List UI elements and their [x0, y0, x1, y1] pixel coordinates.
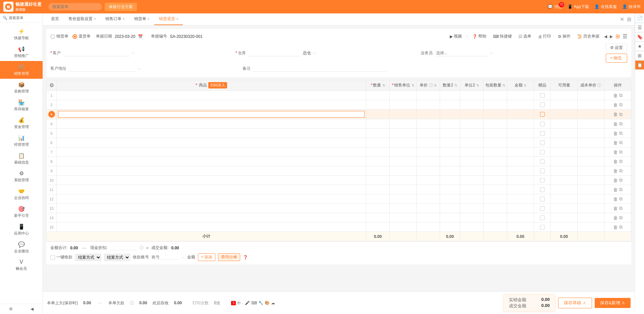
delete-row-12[interactable]: 🗑	[613, 196, 618, 202]
salesperson-input[interactable]	[435, 50, 488, 56]
toolbar-print[interactable]: 🖨 打印	[536, 33, 553, 40]
sidebar-search[interactable]: 🔍 搜索菜单	[0, 13, 43, 23]
copy-row-3[interactable]: ⧉	[619, 112, 623, 117]
ime-english[interactable]: ·	[242, 301, 243, 305]
unit-sort-icon[interactable]: ⇅	[412, 83, 414, 87]
sidebar-item-shortcuts[interactable]: ⚡ 快捷导航	[0, 25, 43, 43]
sidebar-item-inventory[interactable]: 🏪 库存核算	[0, 97, 43, 114]
right-action-bookmark[interactable]: 🔖	[635, 32, 644, 42]
tab-home[interactable]: 首页	[46, 13, 64, 25]
packqty-cell-3[interactable]	[484, 110, 507, 119]
tab-sales-order-close[interactable]: ×	[123, 17, 125, 21]
copy-row-1[interactable]: ⧉	[619, 92, 623, 98]
unit2-sort-icon[interactable]: ⇅	[476, 83, 479, 87]
ime-skin[interactable]: 🎨	[265, 301, 270, 305]
sidebar-settings-btn[interactable]: ⚙	[9, 307, 13, 311]
qty-cell-2[interactable]	[366, 100, 390, 110]
toolbar-select[interactable]: ☑ 选单	[517, 33, 533, 40]
calendar-icon[interactable]: 📅	[138, 34, 143, 39]
customer-input[interactable]	[63, 50, 130, 56]
delete-row-11[interactable]: 🗑	[613, 187, 618, 192]
right-action-list[interactable]: ☰	[635, 23, 644, 32]
packqty-cell-1[interactable]	[484, 91, 507, 100]
sidebar-item-marketing[interactable]: 📢 营销推广	[0, 43, 43, 61]
delete-row-9[interactable]: 🗑	[613, 168, 618, 174]
copy-row-5[interactable]: ⧉	[619, 130, 623, 136]
credit-info-icon[interactable]: ⓘ	[130, 300, 134, 306]
gift-cell-3[interactable]	[534, 110, 551, 119]
settlement-method-select[interactable]: 结算方式	[104, 254, 130, 261]
toolbar-history[interactable]: 📜 历史单据	[575, 33, 601, 40]
add-row-btn[interactable]: +	[48, 111, 55, 118]
fee-help-icon[interactable]: ❓	[243, 255, 248, 260]
form-settings-btn[interactable]: ⚙ 设置	[606, 43, 627, 52]
amount-cell-2[interactable]	[507, 100, 534, 110]
delete-row-14[interactable]: 🗑	[613, 215, 618, 221]
tab-price-settings[interactable]: 售价提取设置 ×	[64, 13, 101, 25]
ime-keyboard[interactable]: ⌨	[251, 301, 257, 305]
address-input[interactable]	[68, 65, 136, 72]
qty-sort-icon[interactable]: ⇅	[382, 83, 385, 87]
price-cell-3[interactable]	[417, 110, 440, 119]
delete-row-13[interactable]: 🗑	[613, 206, 618, 211]
sidebar-item-guide[interactable]: 🎯 新手引导	[0, 203, 43, 221]
price-cell-2[interactable]	[417, 100, 440, 110]
right-action-copy[interactable]: ⊞	[635, 51, 644, 60]
doc-no-value[interactable]: SA-20230320-001	[170, 34, 202, 39]
unit-cell-1[interactable]	[390, 91, 417, 100]
ime-cloud[interactable]: ☁	[271, 301, 275, 305]
delete-row-7[interactable]: 🗑	[613, 149, 618, 155]
account-input[interactable]	[152, 255, 178, 260]
nav-next-icon[interactable]: ▶	[610, 34, 613, 39]
cost-info-icon[interactable]: ⓘ	[597, 83, 601, 87]
customer-dots[interactable]: ···	[132, 51, 135, 55]
qty2-cell-1[interactable]	[440, 91, 460, 100]
right-action-orange[interactable]: 📋	[635, 60, 644, 70]
unit2-cell-3[interactable]	[460, 110, 484, 119]
cash-discount-input[interactable]	[110, 245, 137, 250]
app-download-button[interactable]: 📱 App下载	[568, 4, 589, 10]
tab-sales-delivery[interactable]: 销货单 ×	[129, 13, 154, 25]
radio-sales-delivery[interactable]: 销货单	[50, 34, 68, 39]
amount-cell-1[interactable]	[507, 91, 534, 100]
copy-row-9[interactable]: ⧉	[619, 168, 623, 174]
copy-row-15[interactable]: ⧉	[619, 224, 623, 230]
expand-icon[interactable]: ⊞	[627, 16, 631, 22]
ime-mic[interactable]: 🎤	[245, 301, 250, 305]
delete-row-15[interactable]: 🗑	[613, 225, 618, 230]
doc-date-value[interactable]: 2023-03-20	[115, 34, 135, 39]
one-click-payment-checkbox[interactable]: 一键收款	[50, 254, 72, 260]
nav-prev-icon[interactable]: ◀	[604, 34, 607, 39]
ime-chinese[interactable]: 中	[237, 301, 241, 306]
product-cell-1[interactable]	[57, 91, 366, 100]
copy-row-4[interactable]: ⧉	[619, 121, 623, 127]
qty2-cell-3[interactable]	[440, 110, 460, 119]
qty2-cell-2[interactable]	[440, 100, 460, 110]
copy-row-14[interactable]: ⧉	[619, 215, 623, 221]
price-info-icon[interactable]: ⓘ	[429, 83, 433, 87]
save-draft-btn[interactable]: 保存草稿 ∧	[558, 298, 592, 308]
sidebar-item-operations[interactable]: 📊 经营管理	[0, 132, 43, 150]
remarks-input[interactable]	[253, 65, 387, 72]
account-dots[interactable]: ···	[181, 255, 184, 260]
price-cell-1[interactable]	[417, 91, 440, 100]
toolbar-help[interactable]: ❓ 帮助	[470, 33, 488, 40]
delete-row-2[interactable]: 🗑	[613, 102, 618, 108]
delete-row-3[interactable]: 🗑	[613, 112, 618, 117]
scan-btn[interactable]: 扫码录入	[208, 82, 227, 88]
copy-row-6[interactable]: ⧉	[619, 140, 623, 145]
qty-cell-3[interactable]	[366, 110, 390, 119]
fee-split-btn[interactable]: 费用分摊	[218, 253, 240, 261]
sidebar-item-finance[interactable]: 💰 资金管理	[0, 114, 43, 132]
qty2-sort-icon[interactable]: ⇅	[454, 83, 457, 87]
copy-row-8[interactable]: ⧉	[619, 159, 623, 164]
discount-info-icon[interactable]: ⓘ	[140, 245, 144, 251]
unit-cell-2[interactable]	[390, 100, 417, 110]
warehouse-input[interactable]	[248, 50, 301, 56]
copy-row-11[interactable]: ⧉	[619, 187, 623, 192]
radio-sales-return[interactable]: 退货单	[72, 34, 91, 39]
packqty-cell-2[interactable]	[484, 100, 507, 110]
delete-row-4[interactable]: 🗑	[613, 121, 618, 127]
copy-row-10[interactable]: ⧉	[619, 177, 623, 183]
toolbar-shortcuts[interactable]: ⌨ 快捷键	[491, 33, 514, 40]
